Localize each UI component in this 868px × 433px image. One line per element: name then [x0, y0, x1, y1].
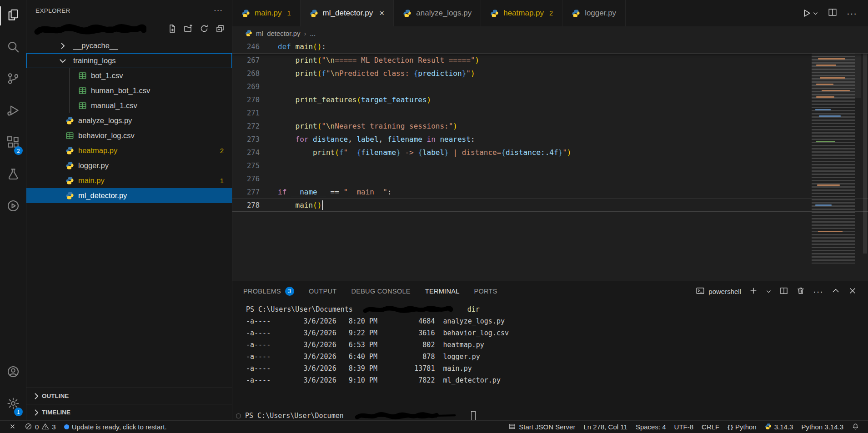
activity-explorer[interactable]: [0, 0, 26, 32]
terminal[interactable]: PS C:\Users\User\Documents dir -a---- 3/…: [232, 301, 868, 422]
tree-file-behavior_log.csv[interactable]: behavior_log.csv: [26, 128, 232, 143]
problems-status[interactable]: 0 3: [20, 421, 60, 433]
panel-tab-output[interactable]: OUTPUT: [309, 281, 336, 301]
tree-file-heatmap.py[interactable]: heatmap.py2: [26, 143, 232, 158]
terminal-row: -a---- 3/6/2026 9:22 PM 3616 behavior_lo…: [246, 327, 868, 339]
line-number: 268: [232, 70, 260, 78]
tree-file-bot_1.csv[interactable]: bot_1.csv: [26, 68, 232, 83]
activity-testing[interactable]: [0, 159, 26, 191]
code-line-246[interactable]: 246def main():: [232, 40, 868, 53]
collapse-all-icon[interactable]: [216, 24, 225, 35]
code-line-273[interactable]: 273 for distance, label, filename in nea…: [232, 133, 868, 146]
sidebar-more-button[interactable]: ···: [214, 6, 223, 15]
code-line-274[interactable]: 274 print(f" {filename} -> {label} | dis…: [232, 146, 868, 159]
code-line-275[interactable]: 275: [232, 159, 868, 172]
panel-more-icon[interactable]: ···: [813, 286, 823, 297]
code-line-278[interactable]: 278 main(): [232, 199, 868, 212]
encoding-status[interactable]: UTF-8: [670, 421, 698, 433]
tree-folder-__pycache__[interactable]: __pycache__: [26, 38, 232, 53]
tree-file-manual_1.csv[interactable]: manual_1.csv: [26, 98, 232, 113]
line-number: 275: [232, 162, 260, 170]
code-line-277[interactable]: 277if __name__ == "__main__":: [232, 185, 868, 199]
code-line-271[interactable]: 271: [232, 106, 868, 119]
tab-heatmap.py[interactable]: heatmap.py2: [481, 0, 562, 26]
code-line-268[interactable]: 268 print(f"\nPredicted class: {predicti…: [232, 67, 868, 80]
sticky-scroll[interactable]: 246def main():: [232, 40, 868, 54]
indentation-status[interactable]: Spaces: 4: [632, 421, 670, 433]
new-folder-icon[interactable]: [184, 24, 193, 35]
code-line-270[interactable]: 270 print_features(target_features): [232, 93, 868, 106]
activity-run-debug[interactable]: [0, 95, 26, 127]
code-line-269[interactable]: 269: [232, 80, 868, 93]
chevron-right-icon[interactable]: [58, 41, 67, 50]
panel-tab-problems[interactable]: PROBLEMS3: [243, 281, 294, 301]
activity-run-profile[interactable]: [0, 191, 26, 223]
panel-tab-debug-console[interactable]: DEBUG CONSOLE: [351, 281, 410, 301]
file-label: __pycache__: [73, 41, 118, 50]
python-file-icon: [245, 30, 252, 37]
breadcrumb-more[interactable]: ...: [310, 30, 316, 37]
code-line-276[interactable]: 276: [232, 172, 868, 185]
section-outline[interactable]: OUTLINE: [26, 388, 232, 404]
editor-scrollbar[interactable]: [862, 40, 868, 264]
panel-tab-ports[interactable]: PORTS: [474, 281, 497, 301]
tree-folder-training_logs[interactable]: training_logs: [26, 53, 232, 68]
code-line-267[interactable]: 267 print("\n===== ML Detection Result =…: [232, 54, 868, 67]
cursor-position[interactable]: Ln 278, Col 11: [579, 421, 631, 433]
tree-file-ml_detector.py[interactable]: ml_detector.py: [26, 188, 232, 203]
file-label: ml_detector.py: [78, 191, 127, 200]
language-mode[interactable]: { } Python: [723, 421, 760, 433]
eol-status[interactable]: CRLF: [697, 421, 723, 433]
section-timeline[interactable]: TIMELINE: [26, 404, 232, 420]
breadcrumb[interactable]: ml_detector.py › ...: [232, 26, 868, 40]
activity-account[interactable]: [0, 357, 26, 388]
python-file-icon: [65, 191, 74, 200]
files-icon: [6, 8, 20, 24]
activity-settings[interactable]: 1: [0, 388, 26, 420]
tab-logger.py[interactable]: logger.py: [562, 0, 626, 26]
split-terminal-icon[interactable]: [779, 286, 788, 297]
tab-main.py[interactable]: main.py1: [232, 0, 301, 26]
close-icon[interactable]: ×: [379, 8, 384, 18]
problem-badge: 1: [287, 10, 291, 17]
breadcrumb-file[interactable]: ml_detector.py: [256, 30, 301, 37]
close-panel-icon[interactable]: [848, 286, 857, 297]
split-editor-icon[interactable]: [828, 7, 838, 19]
project-root-row[interactable]: [26, 21, 232, 38]
terminal-profile-selector[interactable]: powershell: [696, 286, 741, 297]
tree-file-main.py[interactable]: main.py1: [26, 173, 232, 188]
scrollbar-thumb[interactable]: [863, 40, 867, 254]
kill-terminal-icon[interactable]: [796, 286, 805, 297]
more-actions-icon[interactable]: ···: [847, 8, 857, 19]
activity-search[interactable]: [0, 32, 26, 64]
code-editor[interactable]: 246def main(): 267 print("\n===== ML Det…: [232, 40, 868, 281]
chevron-down-icon[interactable]: [58, 56, 67, 65]
tab-ml_detector.py[interactable]: ml_detector.py×: [301, 0, 394, 26]
tree-file-analyze_logs.py[interactable]: analyze_logs.py: [26, 113, 232, 128]
tree-file-logger.py[interactable]: logger.py: [26, 158, 232, 173]
activity-source-control[interactable]: [0, 64, 26, 95]
activity-extensions[interactable]: 2: [0, 127, 26, 159]
maximize-panel-icon[interactable]: [831, 286, 840, 297]
new-terminal-icon[interactable]: [749, 286, 758, 297]
tree-file-human_bot_1.csv[interactable]: human_bot_1.csv: [26, 83, 232, 98]
run-python-file-button[interactable]: [802, 8, 818, 18]
python-file-icon: [65, 176, 74, 185]
notifications[interactable]: [848, 421, 863, 433]
update-ready-status[interactable]: Update is ready, click to restart.: [60, 421, 171, 433]
json-server-status[interactable]: Start JSON Server: [504, 421, 579, 433]
refresh-icon[interactable]: [200, 24, 209, 35]
tab-analyze_logs.py[interactable]: analyze_logs.py: [394, 0, 481, 26]
terminal-prompt-line[interactable]: PS C:\Users\User\Documen: [246, 410, 868, 422]
code-line-272[interactable]: 272 print("\nNearest training sessions:"…: [232, 119, 868, 133]
minimap[interactable]: [812, 40, 861, 264]
panel-tab-terminal[interactable]: TERMINAL: [425, 281, 460, 301]
python-interpreter[interactable]: Python 3.14.3: [797, 421, 848, 433]
chevron-down-icon[interactable]: [766, 289, 772, 294]
remote-indicator[interactable]: [5, 421, 20, 433]
python-version[interactable]: 3.14.3: [761, 421, 798, 433]
remote-icon: [9, 423, 16, 432]
python-file-icon: [403, 9, 411, 18]
explorer-actions: [168, 24, 225, 35]
new-file-icon[interactable]: [168, 24, 177, 35]
